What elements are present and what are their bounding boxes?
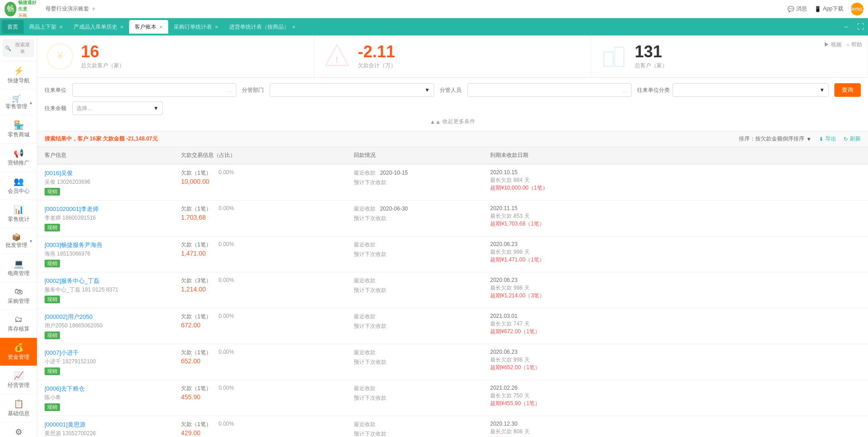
tab-production-close[interactable]: ✕: [120, 25, 124, 30]
sidebar-search-btn[interactable]: 🔍 搜索菜单: [3, 39, 34, 57]
sidebar-item-inventory[interactable]: 🗂 库存核算: [0, 310, 37, 338]
tab-goods-close[interactable]: ✕: [59, 25, 63, 30]
sidebar-item-basic-info[interactable]: 📋 基础信息: [0, 394, 37, 422]
help-btn[interactable]: ○ 帮助: [846, 41, 862, 49]
message-btn[interactable]: 💬 消息: [788, 5, 807, 13]
overdue-link-4[interactable]: 超期¥672.00（1笔）: [490, 328, 861, 336]
sidebar-purchase-label: 采购管理: [8, 298, 30, 304]
user-profile[interactable]: demo2: [851, 3, 863, 15]
overdue-link-0[interactable]: 超期¥10,000.00（1笔）: [490, 184, 861, 192]
sidebar-item-operations[interactable]: 📈 经营管理: [0, 366, 37, 394]
stats-row: ¥ 16 总欠款客户（家） ! -2.11 欠款合计（万）: [37, 35, 868, 78]
stat-debt-customers-label: 总欠款客户（家）: [81, 62, 125, 70]
tab-home-label: 首页: [7, 23, 18, 31]
sidebar-item-ecommerce[interactable]: 💻 电商管理: [0, 254, 37, 282]
customer-name-1[interactable]: [0001020001]李老师: [45, 205, 181, 213]
recovery-label-3: 最近收款: [354, 277, 376, 284]
tab-bar-actions: － ⛶: [841, 21, 866, 33]
tab-goods-stats-close[interactable]: ✕: [292, 25, 296, 30]
industry-name: 母婴行业演示账套: [45, 5, 89, 13]
customer-name-2[interactable]: [0003]畅捷服务尹海燕: [45, 241, 181, 249]
overdue-days-3: 最长欠款 998 天: [490, 284, 861, 292]
sidebar-item-finance[interactable]: 💰 资金管理: [0, 338, 37, 366]
video-btn[interactable]: ▶ 视频: [824, 41, 842, 49]
tab-goods[interactable]: 商品上下架 ✕: [24, 20, 68, 34]
tab-customer-close[interactable]: ✕: [159, 25, 163, 30]
tab-production[interactable]: 产成品入库单历史 ✕: [68, 20, 129, 34]
tab-purchase-close[interactable]: ✕: [215, 25, 218, 30]
retail-mgmt-arrow: ▲: [29, 100, 33, 105]
collapse-btn[interactable]: ▲▲ 收起更多条件: [430, 118, 476, 126]
sidebar-item-marketing[interactable]: 📢 营销推广: [0, 144, 37, 172]
customer-info-6: [0006]去下粮仓 陈小希 现销: [45, 385, 181, 411]
debt-percent-3: 0.00%: [219, 277, 234, 283]
customer-name-0[interactable]: [0016]吴俊: [45, 169, 181, 177]
debt-info-0: 欠款（1笔） 10,000.00 0.00%: [181, 169, 354, 186]
tab-goods-stats[interactable]: 进货单统计表（按商品） ✕: [224, 20, 301, 34]
industry-selector[interactable]: 母婴行业演示账套 ▼: [45, 5, 96, 13]
customer-name-5[interactable]: [0007]小进千: [45, 349, 181, 357]
table-row: [0002]服务中心_丁磊 服务中心_丁磊 181 0125 8371 现销 欠…: [37, 272, 868, 308]
phone-icon: 📱: [814, 6, 821, 12]
division-select[interactable]: ▼: [270, 83, 434, 97]
debt-count-6: 欠款（1笔）: [181, 385, 211, 392]
manager-label: 分管人员: [440, 86, 465, 94]
purchase-icon: 🛍: [3, 287, 34, 296]
customer-name-3[interactable]: [0002]服务中心_丁磊: [45, 277, 181, 285]
overdue-link-5[interactable]: 超期¥652.00（1笔）: [490, 364, 861, 372]
tab-purchase-order[interactable]: 采购订单统计表 ✕: [168, 20, 224, 34]
debt-amount-6: 455.90: [181, 393, 211, 401]
debt-info-6: 欠款（1笔） 455.90 0.00%: [181, 385, 354, 402]
customer-name-6[interactable]: [0006]去下粮仓: [45, 385, 181, 393]
overdue-link-2[interactable]: 超期¥1,471.00（1笔）: [490, 256, 861, 264]
stat-card-actions: ▶ 视频 ○ 帮助: [824, 41, 862, 49]
video-icon: ▶: [824, 41, 829, 48]
overdue-days-7: 最长欠款 808 天: [490, 428, 861, 436]
export-icon: ⬇: [819, 136, 823, 142]
balance-select[interactable]: 选择... ▼: [72, 101, 163, 115]
overdue-link-6[interactable]: 超期¥455.90（1笔）: [490, 400, 861, 407]
from-unit-input[interactable]: ...: [72, 83, 236, 97]
customer-tag-0: 现销: [45, 188, 60, 196]
sidebar-item-member[interactable]: 👥 会员中心: [0, 172, 37, 200]
recovery-next-4: 预计下次收款: [354, 322, 490, 330]
tab-customer-account[interactable]: 客户账本 ✕: [129, 20, 168, 34]
tab-maximize-btn[interactable]: ⛶: [855, 22, 866, 32]
manager-input[interactable]: ...: [467, 83, 632, 97]
debt-percent-5: 0.00%: [219, 349, 234, 355]
filter-balance: 往来余额 选择... ▼: [45, 101, 163, 115]
retail-stats-icon: 📊: [3, 205, 34, 215]
app-download-btn[interactable]: 📱 App下载: [814, 5, 843, 13]
tab-home[interactable]: 首页: [2, 20, 24, 34]
video-label: 视频: [831, 41, 842, 48]
sidebar-item-retail-stats[interactable]: 📊 零售统计: [0, 200, 37, 228]
export-btn[interactable]: ⬇ 导出: [819, 135, 836, 143]
sidebar-item-wholesale[interactable]: 📦 批发管理 ▼: [0, 228, 37, 254]
table-row: [0006]去下粮仓 陈小希 现销 欠款（1笔） 455.90 0.00% 最近…: [37, 380, 868, 416]
col-header-overdue: 到期未收款日期: [490, 151, 861, 159]
result-prefix: 搜索结果中，客户: [45, 136, 88, 142]
customer-name-7[interactable]: [000001]黄思源: [45, 421, 181, 429]
unit-class-select[interactable]: ▼: [672, 83, 829, 97]
overdue-link-1[interactable]: 超期¥1,703.68（1笔）: [490, 220, 861, 228]
overdue-5: 2020.06.23 最长欠款 998 天 超期¥652.00（1笔）: [490, 349, 861, 372]
sidebar-item-quick-nav[interactable]: ⚡ 快捷导航: [0, 61, 37, 90]
search-button[interactable]: 查询: [834, 83, 861, 97]
tab-minimize-btn[interactable]: －: [841, 21, 852, 33]
refresh-btn[interactable]: ↻ 刷新: [843, 135, 861, 143]
sort-btn[interactable]: 排序：按欠款金额倒序排序 ▼: [739, 135, 812, 143]
sidebar-item-retail-mgmt[interactable]: 🛒 零售管理 ▲: [0, 90, 37, 116]
svg-text:¥: ¥: [57, 50, 63, 61]
debt-percent-7: 0.00%: [219, 421, 234, 427]
sidebar-item-system[interactable]: ⚙ 系统管理: [0, 422, 37, 437]
debt-info-2: 欠款（1笔） 1,471.00 0.00%: [181, 241, 354, 258]
debt-amount-3: 1,214.00: [181, 286, 211, 293]
recovery-next-2: 预计下次收款: [354, 251, 490, 258]
sidebar-item-purchase[interactable]: 🛍 采购管理: [0, 282, 37, 310]
stat-total-customers-value: 131: [635, 44, 667, 60]
customer-name-4[interactable]: [000002]用户2050: [45, 313, 181, 321]
table-row: [000001]黄思源 黄思源 13552700226 现销 欠款（1笔） 42…: [37, 416, 868, 437]
recovery-label-7: 最近收款: [354, 421, 376, 427]
overdue-link-3[interactable]: 超期¥1,214.00（3笔）: [490, 292, 861, 300]
sidebar-item-retail-store[interactable]: 🏪 零售商城: [0, 116, 37, 144]
